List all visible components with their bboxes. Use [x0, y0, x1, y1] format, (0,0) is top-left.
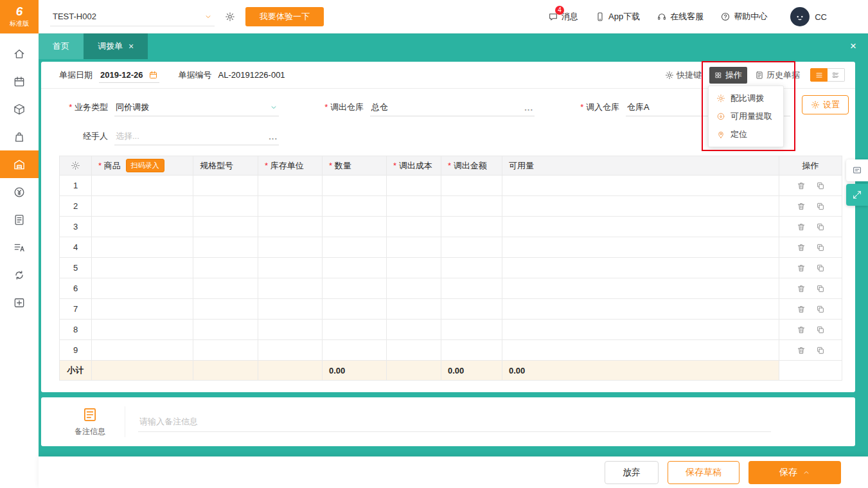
table-cell[interactable] — [323, 196, 387, 217]
table-cell[interactable] — [441, 320, 502, 340]
delete-row-icon[interactable] — [797, 243, 806, 252]
delete-row-icon[interactable] — [797, 181, 806, 190]
table-cell[interactable] — [258, 217, 323, 237]
delete-row-icon[interactable] — [797, 284, 806, 293]
table-cell[interactable] — [502, 299, 779, 320]
copy-row-icon[interactable] — [816, 264, 825, 273]
tab-home[interactable]: 首页 — [39, 33, 84, 59]
date-field[interactable]: 2019-12-26 — [99, 68, 159, 83]
table-cell[interactable] — [387, 278, 441, 299]
table-cell[interactable] — [502, 278, 779, 299]
table-cell[interactable] — [502, 176, 779, 196]
table-cell[interactable] — [323, 258, 387, 278]
table-cell[interactable] — [323, 320, 387, 340]
table-cell[interactable] — [193, 299, 258, 320]
sidebar-item-funds[interactable] — [0, 178, 39, 206]
delete-row-icon[interactable] — [797, 325, 806, 334]
table-cell[interactable] — [323, 237, 387, 258]
trial-button[interactable]: 我要体验一下 — [245, 7, 324, 26]
copy-row-icon[interactable] — [816, 284, 825, 293]
table-cell[interactable] — [502, 340, 779, 361]
table-cell[interactable] — [323, 217, 387, 237]
table-cell[interactable] — [502, 237, 779, 258]
more-icon[interactable]: ... — [269, 132, 278, 141]
table-cell[interactable] — [193, 196, 258, 217]
menu-item-locate[interactable]: 定位 — [709, 125, 783, 143]
table-cell[interactable] — [323, 340, 387, 361]
sidebar-item-orders[interactable] — [0, 206, 39, 233]
scan-entry-button[interactable]: 扫码录入 — [126, 159, 164, 172]
delete-row-icon[interactable] — [797, 346, 806, 355]
table-cell[interactable] — [502, 320, 779, 340]
save-button[interactable]: 保存 — [748, 461, 841, 484]
delete-row-icon[interactable] — [797, 202, 806, 211]
table-cell[interactable] — [92, 176, 193, 196]
copy-row-icon[interactable] — [816, 243, 825, 252]
table-cell[interactable] — [92, 320, 193, 340]
online-service-button[interactable]: 在线客服 — [657, 11, 704, 23]
close-tab-icon[interactable]: × — [128, 42, 134, 51]
table-cell[interactable] — [193, 340, 258, 361]
table-cell[interactable] — [441, 196, 502, 217]
table-cell[interactable] — [258, 176, 323, 196]
sidebar-item-sync[interactable] — [0, 261, 39, 289]
sidebar-item-calendar[interactable] — [0, 68, 39, 95]
company-select[interactable]: TEST-H002 — [50, 7, 215, 26]
messages-button[interactable]: 4 消息 — [548, 11, 578, 23]
actions-button[interactable]: 操作 配比调拨 可用量提取 — [709, 67, 747, 84]
table-cell[interactable] — [258, 196, 323, 217]
user-menu[interactable]: CC — [790, 7, 827, 26]
remarks-input[interactable] — [138, 411, 771, 432]
settings-button[interactable]: 设置 — [802, 95, 849, 114]
table-cell[interactable] — [323, 278, 387, 299]
table-cell[interactable] — [258, 320, 323, 340]
table-cell[interactable] — [502, 196, 779, 217]
table-cell[interactable] — [387, 176, 441, 196]
table-cell[interactable] — [441, 278, 502, 299]
table-cell[interactable] — [441, 258, 502, 278]
table-cell[interactable] — [193, 176, 258, 196]
copy-row-icon[interactable] — [816, 305, 825, 314]
table-cell[interactable] — [193, 217, 258, 237]
copy-row-icon[interactable] — [816, 325, 825, 334]
table-cell[interactable] — [387, 258, 441, 278]
table-cell[interactable] — [258, 299, 323, 320]
sidebar-item-delivery[interactable] — [0, 95, 39, 123]
delete-row-icon[interactable] — [797, 264, 806, 273]
table-cell[interactable] — [323, 299, 387, 320]
table-cell[interactable] — [92, 278, 193, 299]
app-download-button[interactable]: App下载 — [595, 11, 640, 23]
detail-view-toggle[interactable] — [828, 68, 845, 82]
shortcuts-button[interactable]: 快捷键 — [665, 69, 702, 81]
table-cell[interactable] — [502, 217, 779, 237]
sidebar-item-home[interactable] — [0, 40, 39, 68]
sidebar-item-accounts[interactable] — [0, 233, 39, 261]
table-cell[interactable] — [92, 196, 193, 217]
delete-row-icon[interactable] — [797, 305, 806, 314]
float-expand-button[interactable] — [846, 184, 868, 206]
sidebar-item-inventory[interactable] — [0, 150, 39, 178]
copy-row-icon[interactable] — [816, 346, 825, 355]
close-icon[interactable]: × — [850, 40, 856, 53]
table-cell[interactable] — [92, 299, 193, 320]
copy-row-icon[interactable] — [816, 202, 825, 211]
table-cell[interactable] — [441, 340, 502, 361]
settings-gear-icon[interactable] — [225, 12, 235, 22]
table-cell[interactable] — [258, 278, 323, 299]
business-type-select[interactable]: 同价调拨 — [114, 99, 279, 116]
sidebar-item-new[interactable] — [0, 289, 39, 316]
table-cell[interactable] — [387, 299, 441, 320]
more-icon[interactable]: ... — [524, 104, 533, 112]
handler-select[interactable]: 选择... ... — [114, 128, 279, 145]
table-cell[interactable] — [387, 237, 441, 258]
table-cell[interactable] — [258, 340, 323, 361]
table-cell[interactable] — [92, 258, 193, 278]
copy-row-icon[interactable] — [816, 222, 825, 231]
source-warehouse-select[interactable]: 总仓 ... — [370, 99, 535, 116]
table-column-settings[interactable] — [60, 156, 92, 176]
table-cell[interactable] — [258, 258, 323, 278]
help-center-button[interactable]: 帮助中心 — [720, 11, 767, 23]
table-cell[interactable] — [387, 196, 441, 217]
table-cell[interactable] — [441, 217, 502, 237]
table-cell[interactable] — [193, 258, 258, 278]
